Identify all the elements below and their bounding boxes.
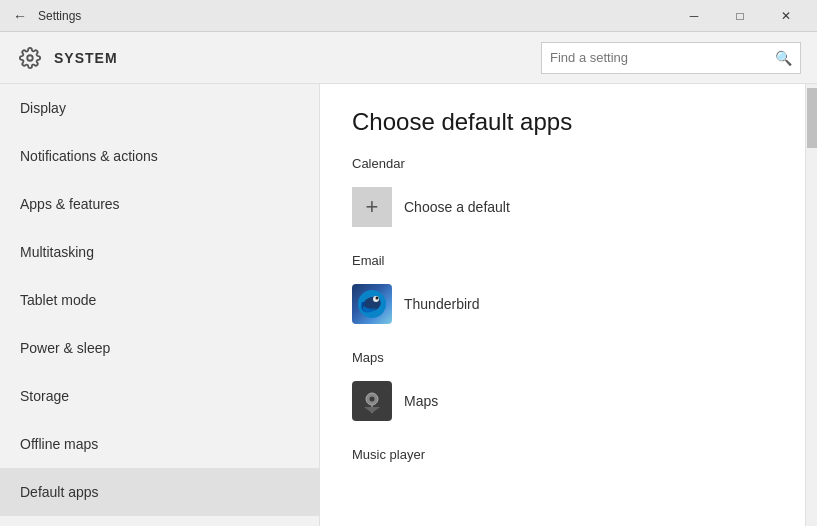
title-bar: ← Settings ─ □ ✕ <box>0 0 817 32</box>
music-player-section: Music player <box>352 447 773 462</box>
calendar-app-row[interactable]: + Choose a default <box>352 181 773 233</box>
app-title: SYSTEM <box>54 50 541 66</box>
calendar-app-name: Choose a default <box>404 199 510 215</box>
window-controls: ─ □ ✕ <box>671 0 809 32</box>
window-title: Settings <box>38 9 671 23</box>
plus-icon: + <box>352 187 392 227</box>
sidebar-item-power-sleep[interactable]: Power & sleep <box>0 324 319 372</box>
sidebar-item-multitasking[interactable]: Multitasking <box>0 228 319 276</box>
svg-point-0 <box>27 55 33 61</box>
maps-app-name: Maps <box>404 393 438 409</box>
svg-point-7 <box>370 397 375 402</box>
calendar-label: Calendar <box>352 156 773 171</box>
sidebar-item-notifications[interactable]: Notifications & actions <box>0 132 319 180</box>
calendar-app-icon: + <box>352 187 392 227</box>
scrollbar-track[interactable] <box>805 84 817 526</box>
page-title: Choose default apps <box>352 108 773 136</box>
maximize-button[interactable]: □ <box>717 0 763 32</box>
search-icon: 🔍 <box>775 50 792 66</box>
thunderbird-icon <box>352 284 392 324</box>
minimize-button[interactable]: ─ <box>671 0 717 32</box>
content-area: Choose default apps Calendar + Choose a … <box>320 84 805 526</box>
system-gear-icon <box>16 44 44 72</box>
sidebar: Display Notifications & actions Apps & f… <box>0 84 320 526</box>
sidebar-item-default-apps[interactable]: Default apps <box>0 468 319 516</box>
close-button[interactable]: ✕ <box>763 0 809 32</box>
app-body: Display Notifications & actions Apps & f… <box>0 84 817 526</box>
calendar-section: Calendar + Choose a default <box>352 156 773 233</box>
app-header: SYSTEM 🔍 <box>0 32 817 84</box>
sidebar-item-display[interactable]: Display <box>0 84 319 132</box>
email-app-name: Thunderbird <box>404 296 480 312</box>
svg-point-4 <box>376 297 379 300</box>
email-app-row[interactable]: Thunderbird <box>352 278 773 330</box>
maps-label: Maps <box>352 350 773 365</box>
back-button[interactable]: ← <box>8 4 32 28</box>
music-player-label: Music player <box>352 447 773 462</box>
email-label: Email <box>352 253 773 268</box>
search-input[interactable] <box>550 50 775 65</box>
maps-section: Maps Maps <box>352 350 773 427</box>
email-section: Email Thunderb <box>352 253 773 330</box>
sidebar-item-offline-maps[interactable]: Offline maps <box>0 420 319 468</box>
search-box[interactable]: 🔍 <box>541 42 801 74</box>
sidebar-item-storage[interactable]: Storage <box>0 372 319 420</box>
maps-app-row[interactable]: Maps <box>352 375 773 427</box>
maps-app-icon <box>352 381 392 421</box>
sidebar-item-tablet-mode[interactable]: Tablet mode <box>0 276 319 324</box>
scrollbar-thumb[interactable] <box>807 88 817 148</box>
sidebar-item-apps-features[interactable]: Apps & features <box>0 180 319 228</box>
